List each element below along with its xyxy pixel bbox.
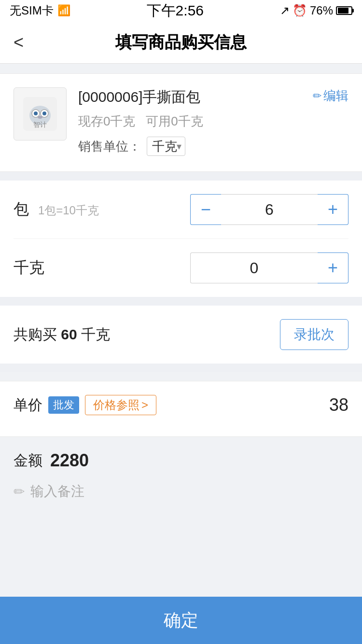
total-amount: 60 <box>61 326 81 342</box>
edit-icon: ✏ <box>313 90 321 102</box>
bao-minus-button[interactable]: − <box>190 194 221 225</box>
kg-plus-button[interactable]: + <box>318 252 348 283</box>
product-info: [0000006]手撕面包 现存0千克 可用0千克 销售单位： 千克 包 <box>78 87 348 156</box>
bao-label: 包 1包=10千克 <box>14 199 190 220</box>
wifi-icon: 📶 <box>57 4 70 17</box>
product-card: 智计 [0000006]手撕面包 现存0千克 可用0千克 销售单位： 千克 包 … <box>0 73 362 172</box>
amount-row: 金额 2280 <box>14 450 348 471</box>
batch-button[interactable]: 录批次 <box>280 319 348 350</box>
product-name: [0000006]手撕面包 <box>78 87 348 107</box>
kg-qty-input[interactable] <box>190 252 318 283</box>
price-row: 单价 批发 价格参照 > 38 <box>14 395 348 415</box>
product-logo-icon: 智计 <box>23 97 57 131</box>
product-stock: 现存0千克 可用0千克 <box>78 113 348 130</box>
status-time: 下午2:56 <box>147 1 204 21</box>
confirm-button[interactable]: 确定 <box>0 597 362 644</box>
alarm-icon: ⏰ <box>292 4 307 17</box>
price-badge: 批发 <box>48 396 79 414</box>
unit-select-wrap[interactable]: 千克 包 <box>147 137 185 156</box>
stock-current: 现存0千克 <box>78 114 135 128</box>
unit-select[interactable]: 千克 包 <box>147 137 185 156</box>
section-divider-2 <box>0 297 362 306</box>
unit-label: 销售单位： <box>78 138 141 155</box>
amount-label: 金额 <box>14 451 42 471</box>
price-label-row: 单价 批发 价格参照 > <box>14 395 156 415</box>
stock-available: 可用0千克 <box>146 114 203 128</box>
back-button[interactable]: < <box>14 32 24 53</box>
status-right: ↗ ⏰ 76% <box>280 4 352 17</box>
nav-bar: < 填写商品购买信息 <box>0 21 362 64</box>
bao-qty-input[interactable] <box>221 194 318 225</box>
total-prefix: 共购买 <box>14 326 57 342</box>
note-placeholder[interactable]: 输入备注 <box>30 482 84 501</box>
total-text: 共购买 60 千克 <box>14 325 110 345</box>
bao-qty-control: − + <box>190 194 348 225</box>
page-title: 填写商品购买信息 <box>115 31 247 54</box>
svg-point-6 <box>38 116 42 119</box>
price-ref-label: 价格参照 <box>93 397 139 413</box>
price-ref-button[interactable]: 价格参照 > <box>85 395 156 415</box>
price-ref-arrow: > <box>141 398 148 412</box>
svg-text:智计: 智计 <box>33 121 47 128</box>
svg-point-4 <box>34 112 38 115</box>
status-bar: 无SIM卡 📶 下午2:56 ↗ ⏰ 76% <box>0 0 362 21</box>
total-unit: 千克 <box>81 326 110 342</box>
status-left: 无SIM卡 📶 <box>10 3 70 18</box>
kg-label: 千克 <box>14 257 190 279</box>
battery-icon <box>336 6 352 15</box>
bao-hint: 1包=10千克 <box>38 204 99 217</box>
product-unit-row: 销售单位： 千克 包 <box>78 137 348 156</box>
edit-label: 编辑 <box>323 87 348 104</box>
location-icon: ↗ <box>280 4 290 17</box>
section-divider-3 <box>0 364 362 372</box>
amount-value: 2280 <box>50 450 89 471</box>
bao-qty-row: 包 1包=10千克 − + <box>14 181 348 239</box>
kg-qty-control: + <box>190 252 348 283</box>
carrier-text: 无SIM卡 <box>10 3 54 18</box>
price-value: 38 <box>329 395 348 415</box>
amount-section: 金额 2280 ✏ 输入备注 <box>0 437 362 510</box>
product-thumbnail: 智计 <box>14 87 67 140</box>
bao-plus-button[interactable]: + <box>318 194 348 225</box>
price-label: 单价 <box>14 395 42 415</box>
edit-button[interactable]: ✏ 编辑 <box>313 87 348 104</box>
pencil-icon: ✏ <box>14 484 25 500</box>
svg-point-5 <box>42 112 46 115</box>
total-row: 共购买 60 千克 录批次 <box>0 306 362 364</box>
section-divider-1 <box>0 172 362 181</box>
kg-qty-row: 千克 + <box>14 239 348 297</box>
battery-percent: 76% <box>310 4 333 17</box>
price-section: 单价 批发 价格参照 > 38 <box>0 381 362 437</box>
quantity-section: 包 1包=10千克 − + 千克 + <box>0 181 362 297</box>
note-row[interactable]: ✏ 输入备注 <box>14 482 348 501</box>
